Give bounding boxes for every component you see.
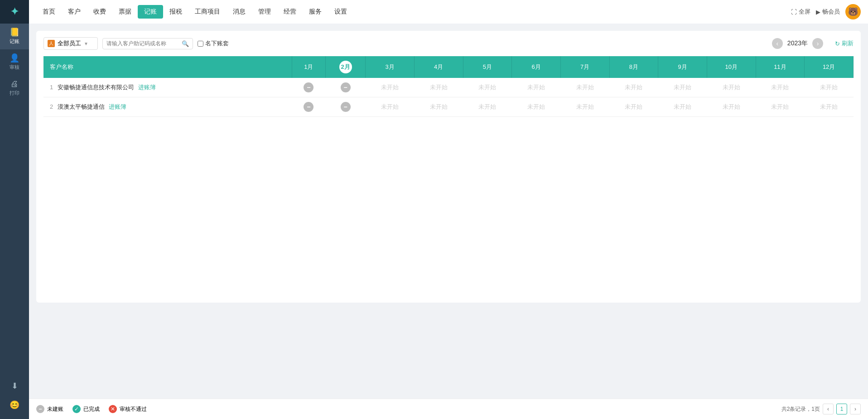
nav-invoice[interactable]: 票据	[112, 5, 138, 19]
company-name: 漠澳太平畅捷通信	[58, 103, 105, 110]
next-page-button[interactable]: ›	[850, 404, 861, 414]
year-display: 2023年	[787, 39, 808, 48]
fullscreen-button[interactable]: ⛶ 全屏	[791, 8, 810, 16]
status-not-started: 未开始	[820, 103, 838, 110]
row1-oct: 未开始	[707, 78, 756, 97]
sidebar: ✦ 📒 记账 👤 审核 🖨 打印 ⬇ 😊	[0, 0, 29, 419]
nav-operation[interactable]: 经营	[277, 5, 303, 19]
company-name: 安徽畅捷通信息技术有限公司	[58, 84, 134, 91]
nav-business[interactable]: 工商项目	[188, 5, 227, 19]
legend-completed-icon: ✓	[72, 405, 81, 413]
status-not-started: 未开始	[381, 103, 399, 110]
row2-sep: 未开始	[658, 97, 707, 117]
nav-customer[interactable]: 客户	[62, 5, 87, 19]
row1-sep: 未开始	[658, 78, 707, 97]
row-number: 2	[50, 103, 53, 110]
prev-year-button[interactable]: ‹	[772, 38, 783, 49]
status-not-started: 未开始	[625, 103, 642, 110]
pagination: 共2条记录，1页 ‹ 1 ›	[781, 404, 861, 414]
pagination-info: 共2条记录，1页	[781, 405, 820, 413]
status-not-started: 未开始	[820, 84, 838, 91]
enter-account-link[interactable]: 进账簿	[138, 84, 156, 91]
legend-rejected: ✕ 审核不通过	[109, 405, 147, 413]
status-icon: −	[304, 102, 313, 112]
th-jul: 7月	[560, 56, 609, 78]
table-row: 2 漠澳太平畅捷通信 进账簿 − − 未开始 未开始 未开始 未开始 未开始 未…	[43, 97, 854, 117]
nav-home[interactable]: 首页	[36, 5, 62, 19]
my-accounts-checkbox[interactable]	[198, 41, 203, 47]
audit-icon: 👤	[10, 54, 19, 62]
sidebar-item-accounting[interactable]: 📒 记账	[0, 24, 29, 49]
current-page: 1	[836, 404, 847, 414]
nav-billing[interactable]: 收费	[87, 5, 112, 19]
sidebar-item-print[interactable]: 🖨 打印	[0, 75, 29, 101]
status-not-started: 未开始	[771, 84, 789, 91]
vip-icon: ▶	[816, 9, 820, 15]
topnav: 首页 客户 收费 票据 记账 报税 工商项目 消息 管理 经营 服务 设置 ⛶ …	[29, 0, 868, 24]
nav-service[interactable]: 服务	[303, 5, 328, 19]
legend-rejected-icon: ✕	[109, 405, 117, 413]
row1-jun: 未开始	[512, 78, 561, 97]
table-scroll: 客户名称 1月 2月 3月 4月 5月 6月 7月 8月 9月	[43, 56, 854, 117]
row1-feb: −	[326, 78, 366, 97]
row1-may: 未开始	[463, 78, 512, 97]
chevron-down-icon: ▼	[84, 41, 88, 46]
employee-select[interactable]: 人 全部员工 ▼	[43, 37, 98, 50]
nav-accounting[interactable]: 记账	[138, 5, 163, 19]
fullscreen-icon: ⛶	[791, 9, 797, 15]
row2-aug: 未开始	[609, 97, 658, 117]
refresh-label: 刷新	[842, 39, 854, 48]
status-not-started: 未开始	[576, 103, 594, 110]
year-nav: ‹ 2023年 ›	[772, 38, 823, 49]
sidebar-item-audit[interactable]: 👤 审核	[0, 49, 29, 75]
status-not-started: 未开始	[625, 84, 642, 91]
download-icon: ⬇	[11, 382, 18, 390]
row2-jan: −	[292, 97, 325, 117]
status-not-started: 未开始	[478, 84, 496, 91]
table-row: 1 安徽畅捷通信息技术有限公司 进账簿 − − 未开始 未开始 未开始 未开始 …	[43, 78, 854, 97]
my-accounts-checkbox-label[interactable]: 名下账套	[198, 39, 229, 48]
status-not-started: 未开始	[771, 103, 789, 110]
sidebar-item-print-label: 打印	[10, 90, 19, 96]
status-not-started: 未开始	[723, 103, 740, 110]
sidebar-item-download[interactable]: ⬇	[0, 377, 29, 395]
th-oct: 10月	[707, 56, 756, 78]
current-month-circle: 2月	[339, 61, 352, 73]
row1-jan: −	[292, 78, 325, 97]
row1-aug: 未开始	[609, 78, 658, 97]
prev-page-button[interactable]: ‹	[823, 404, 834, 414]
print-icon: 🖨	[10, 80, 19, 88]
legend-not-built: − 未建账	[36, 405, 63, 413]
nav-tax[interactable]: 报税	[163, 5, 188, 19]
row2-jul: 未开始	[560, 97, 609, 117]
search-icon[interactable]: 🔍	[182, 40, 189, 47]
toolbar: 人 全部员工 ▼ 🔍 名下账套 ‹ 2023年 ›	[43, 37, 854, 50]
enter-account-link[interactable]: 进账簿	[109, 103, 126, 110]
refresh-button[interactable]: ↻ 刷新	[835, 39, 854, 48]
th-apr: 4月	[414, 56, 463, 78]
row2-oct: 未开始	[707, 97, 756, 117]
th-mar: 3月	[366, 56, 415, 78]
sidebar-item-support[interactable]: 😊	[0, 396, 29, 414]
status-not-started: 未开始	[527, 84, 545, 91]
legend-completed: ✓ 已完成	[72, 405, 100, 413]
th-jun: 6月	[512, 56, 561, 78]
nav-settings[interactable]: 设置	[328, 5, 353, 19]
avatar[interactable]: 🐻	[845, 4, 861, 19]
row2-may: 未开始	[463, 97, 512, 117]
status-not-started: 未开始	[478, 103, 496, 110]
nav-message[interactable]: 消息	[227, 5, 252, 19]
vip-button[interactable]: ▶ 畅会员	[816, 8, 840, 16]
legend-not-built-label: 未建账	[47, 405, 63, 413]
row1-apr: 未开始	[414, 78, 463, 97]
row2-feb: −	[326, 97, 366, 117]
th-nov: 11月	[756, 56, 805, 78]
status-not-started: 未开始	[430, 103, 448, 110]
main-area: 首页 客户 收费 票据 记账 报税 工商项目 消息 管理 经营 服务 设置 ⛶ …	[29, 0, 868, 419]
row1-jul: 未开始	[560, 78, 609, 97]
search-input[interactable]	[106, 40, 179, 47]
sidebar-bottom: ⬇ 😊	[0, 377, 29, 419]
next-year-button[interactable]: ›	[812, 38, 823, 49]
th-may: 5月	[463, 56, 512, 78]
nav-manage[interactable]: 管理	[252, 5, 277, 19]
